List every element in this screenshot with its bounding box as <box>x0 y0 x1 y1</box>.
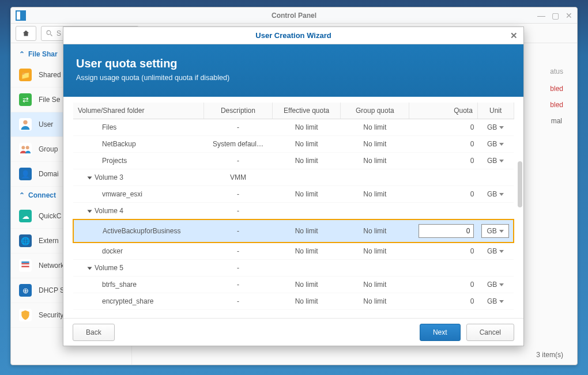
wizard-header: User quota setting Assign usage quota (u… <box>63 44 523 97</box>
chevron-down-icon <box>499 126 504 129</box>
quota-table-container: Volume/Shared folder Description Effecti… <box>63 97 523 318</box>
unit-select[interactable]: GB <box>481 140 510 148</box>
wizard-close-button[interactable]: ✕ <box>508 31 519 41</box>
wizard-subheading: Assign usage quota (unlimited quota if d… <box>76 74 511 82</box>
network-icon <box>19 259 32 272</box>
svg-point-3 <box>21 146 25 149</box>
wizard-footer: Back Next Cancel <box>63 318 523 346</box>
unit-select[interactable]: GB <box>481 123 510 131</box>
table-row[interactable]: docker-No limitNo limit0GB <box>73 243 514 260</box>
chevron-down-icon <box>499 160 504 162</box>
search-icon <box>46 30 53 37</box>
home-icon <box>22 29 30 37</box>
user-icon <box>19 118 32 131</box>
chevron-down-icon <box>499 283 504 286</box>
col-quota[interactable]: Quota <box>409 103 478 119</box>
wizard-title: User Creation Wizard <box>255 31 331 40</box>
item-count: 3 item(s) <box>536 351 563 359</box>
chevron-up-icon: ⌃ <box>19 50 25 58</box>
table-row[interactable]: vmware_esxi-No limitNo limit0GB <box>73 186 514 203</box>
status-disabled: bled <box>550 85 563 93</box>
next-button[interactable]: Next <box>420 324 461 341</box>
dhcp-icon: ⊕ <box>19 284 32 297</box>
chevron-up-icon: ⌃ <box>19 191 25 199</box>
globe-icon: 🌐 <box>19 234 32 247</box>
home-button[interactable] <box>16 26 36 41</box>
cancel-button[interactable]: Cancel <box>466 324 514 341</box>
status-disabled: bled <box>550 101 563 109</box>
col-unit[interactable]: Unit <box>477 103 514 119</box>
quota-input[interactable] <box>419 224 474 238</box>
col-description[interactable]: Description <box>204 103 273 119</box>
col-volume[interactable]: Volume/Shared folder <box>73 103 204 119</box>
column-status-label: atus <box>550 67 563 75</box>
table-row[interactable]: Volume 4- <box>73 203 514 220</box>
wizard-titlebar[interactable]: User Creation Wizard ✕ <box>63 27 523 44</box>
minimize-button[interactable]: — <box>537 11 546 20</box>
unit-select[interactable]: GB <box>481 157 510 165</box>
unit-select[interactable]: GB <box>481 224 509 238</box>
status-normal: mal <box>551 117 562 125</box>
wizard-heading: User quota setting <box>76 57 511 70</box>
chevron-down-icon <box>499 193 504 196</box>
folder-icon: 📁 <box>19 69 32 81</box>
back-button[interactable]: Back <box>73 324 115 341</box>
chevron-down-icon <box>499 300 504 303</box>
table-row[interactable]: Volume 3VMM <box>73 169 514 186</box>
control-panel-titlebar[interactable]: Control Panel — ▢ ✕ <box>11 7 577 24</box>
table-row[interactable]: encrypted_share-No limitNo limit0GB <box>73 293 514 310</box>
expand-toggle-icon[interactable] <box>88 176 92 179</box>
scrollbar-thumb[interactable] <box>518 161 522 207</box>
svg-point-2 <box>23 120 27 124</box>
quickconnect-icon: ☁ <box>19 210 32 222</box>
table-row[interactable]: NetBackupSystem defaul…No limitNo limit0… <box>73 136 514 153</box>
expand-toggle-icon[interactable] <box>88 267 92 270</box>
col-effective-quota[interactable]: Effective quota <box>272 103 341 119</box>
table-row[interactable]: Projects-No limitNo limit0GB <box>73 153 514 169</box>
chevron-down-icon <box>499 143 504 146</box>
domain-icon: 👤 <box>19 168 32 180</box>
file-services-icon: ⇄ <box>19 93 32 106</box>
chevron-down-icon <box>499 250 504 253</box>
user-creation-wizard: User Creation Wizard ✕ User quota settin… <box>63 26 524 346</box>
control-panel-title: Control Panel <box>11 12 577 20</box>
unit-select[interactable]: GB <box>481 190 510 198</box>
svg-point-0 <box>47 31 51 35</box>
table-row[interactable]: Files-No limitNo limit0GB <box>73 119 514 136</box>
table-row[interactable]: btrfs_share-No limitNo limit0GB <box>73 276 514 293</box>
unit-select[interactable]: GB <box>481 297 510 305</box>
chevron-down-icon <box>499 230 504 233</box>
expand-toggle-icon[interactable] <box>88 210 92 213</box>
table-row[interactable]: ActiveBackupforBusiness-No limitNo limit… <box>73 219 514 243</box>
svg-line-1 <box>51 34 52 36</box>
group-icon <box>19 143 32 156</box>
col-group-quota[interactable]: Group quota <box>341 103 409 119</box>
maximize-button[interactable]: ▢ <box>551 11 560 20</box>
svg-point-4 <box>26 146 29 149</box>
close-button[interactable]: ✕ <box>564 11 574 20</box>
unit-select[interactable]: GB <box>481 247 510 255</box>
unit-select[interactable]: GB <box>481 281 510 289</box>
search-placeholder: S <box>56 29 61 37</box>
table-row[interactable]: Volume 5- <box>73 260 514 276</box>
shield-icon <box>19 309 32 321</box>
quota-table: Volume/Shared folder Description Effecti… <box>73 103 514 310</box>
